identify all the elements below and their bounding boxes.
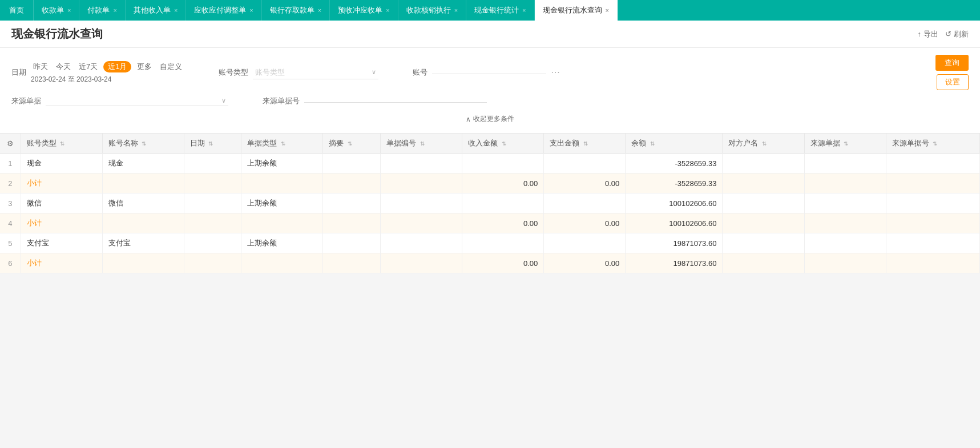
data-table: ⚙ 账号类型 ⇅ 账号名称 ⇅ 日期 ⇅ 单据类型 ⇅	[0, 134, 980, 273]
header-actions: ↑ 导出 ↺ 刷新	[918, 29, 969, 39]
account-input[interactable]	[432, 71, 546, 74]
top-nav: 首页 收款单 × 付款单 × 其他收入单 × 应收应付调整单 × 银行存取款单 …	[0, 0, 980, 21]
account-filter-group: 账号 ···	[413, 67, 560, 78]
filter-area: 日期 昨天 今天 近7天 近1月 更多 自定义 2023-02-24 至 202…	[0, 48, 980, 134]
shortcut-today[interactable]: 今天	[54, 61, 73, 72]
table-header-row: ⚙ 账号类型 ⇅ 账号名称 ⇅ 日期 ⇅ 单据类型 ⇅	[0, 134, 980, 154]
tab-bank-flow[interactable]: 现金银行流水查询 ×	[535, 0, 618, 21]
collapse-icon: ∧	[466, 115, 471, 123]
account-type-select[interactable]: 账号类型 ∨	[253, 66, 378, 79]
table-row[interactable]: 6小计0.000.0019871073.60	[0, 253, 980, 273]
table-row[interactable]: 5支付宝支付宝上期余额19871073.60	[0, 233, 980, 253]
source-doc-no-label: 来源单据号	[263, 96, 300, 106]
sort-icon: ⇅	[281, 140, 285, 147]
export-icon: ↑	[918, 30, 922, 38]
table-row[interactable]: 3微信微信上期余额100102606.60	[0, 193, 980, 213]
sort-icon: ⇅	[420, 140, 425, 147]
sort-icon: ⇅	[933, 140, 937, 147]
sort-icon: ⇅	[348, 140, 352, 147]
filter-row-2: 来源单据 ∨ 来源单据号	[11, 96, 969, 106]
sort-icon: ⇅	[762, 140, 767, 147]
th-expense[interactable]: 支出金额 ⇅	[544, 134, 626, 154]
close-icon[interactable]: ×	[174, 7, 178, 14]
th-account-type[interactable]: 账号类型 ⇅	[21, 134, 102, 154]
close-icon[interactable]: ×	[606, 7, 609, 14]
source-doc-no-input[interactable]	[304, 100, 487, 103]
close-icon[interactable]: ×	[249, 7, 253, 14]
sort-icon: ⇅	[583, 140, 588, 147]
close-icon[interactable]: ×	[522, 7, 526, 14]
tab-bank-deposit[interactable]: 银行存取款单 ×	[262, 0, 330, 21]
close-icon[interactable]: ×	[318, 7, 321, 14]
tab-other-income[interactable]: 其他收入单 ×	[126, 0, 186, 21]
th-account-name[interactable]: 账号名称 ⇅	[102, 134, 184, 154]
date-label: 日期	[11, 67, 26, 78]
tab-adjustment[interactable]: 应收应付调整单 ×	[186, 0, 261, 21]
tab-bank-stats[interactable]: 现金银行统计 ×	[466, 0, 534, 21]
th-income[interactable]: 收入金额 ⇅	[462, 134, 544, 154]
collapse-bar[interactable]: ∧ 收起更多条件	[11, 112, 969, 126]
sort-icon: ⇅	[142, 140, 146, 147]
chevron-down-icon: ∨	[372, 68, 376, 76]
sort-icon: ⇅	[502, 140, 506, 147]
shortcut-1month[interactable]: 近1月	[103, 61, 131, 72]
export-button[interactable]: ↑ 导出	[918, 29, 939, 39]
table-row[interactable]: 4小计0.000.00100102606.60	[0, 213, 980, 233]
shortcut-yesterday[interactable]: 昨天	[31, 61, 50, 72]
th-balance[interactable]: 余额 ⇅	[626, 134, 723, 154]
table-row[interactable]: 1现金现金上期余额-3528659.33	[0, 154, 980, 173]
settings-button[interactable]: 设置	[937, 74, 969, 90]
th-counterpart[interactable]: 对方户名 ⇅	[723, 134, 804, 154]
close-icon[interactable]: ×	[113, 7, 116, 14]
th-doc-type[interactable]: 单据类型 ⇅	[241, 134, 323, 154]
close-icon[interactable]: ×	[454, 7, 458, 14]
shortcut-more[interactable]: 更多	[135, 61, 154, 72]
shortcut-7days[interactable]: 近7天	[76, 61, 100, 72]
filter-row-1: 日期 昨天 今天 近7天 近1月 更多 自定义 2023-02-24 至 202…	[11, 55, 969, 90]
sort-icon: ⇅	[844, 140, 848, 147]
page-title: 现金银行流水查询	[11, 26, 103, 42]
date-range-display: 2023-02-24 至 2023-03-24	[31, 75, 184, 84]
account-type-filter-group: 账号类型 账号类型 ∨	[219, 66, 378, 79]
account-ellipsis-icon[interactable]: ···	[551, 67, 560, 78]
settings-gear-icon[interactable]: ⚙	[6, 139, 15, 148]
account-type-placeholder: 账号类型	[255, 67, 369, 78]
btn-group: 查询 设置	[935, 55, 969, 90]
table-container: ⚙ 账号类型 ⇅ 账号名称 ⇅ 日期 ⇅ 单据类型 ⇅	[0, 134, 980, 273]
query-button[interactable]: 查询	[935, 55, 969, 71]
date-filter-group: 日期 昨天 今天 近7天 近1月 更多 自定义 2023-02-24 至 202…	[11, 61, 184, 84]
th-date[interactable]: 日期 ⇅	[184, 134, 241, 154]
source-doc-label: 来源单据	[11, 96, 41, 106]
sort-icon: ⇅	[60, 140, 64, 147]
close-icon[interactable]: ×	[67, 7, 71, 14]
tab-advance-offset[interactable]: 预收冲应收单 ×	[330, 0, 398, 21]
nav-home[interactable]: 首页	[0, 0, 34, 21]
tab-receipt[interactable]: 收款单 ×	[34, 0, 79, 21]
tab-payment[interactable]: 付款单 ×	[79, 0, 125, 21]
collapse-label: 收起更多条件	[473, 114, 514, 124]
date-shortcuts: 昨天 今天 近7天 近1月 更多 自定义	[31, 61, 184, 72]
source-doc-no-filter-group: 来源单据号	[263, 96, 487, 106]
sort-icon: ⇅	[208, 140, 213, 147]
shortcut-custom[interactable]: 自定义	[158, 61, 184, 72]
source-doc-select[interactable]: ∨	[46, 96, 228, 106]
account-label: 账号	[413, 67, 428, 78]
page-header: 现金银行流水查询 ↑ 导出 ↺ 刷新	[0, 21, 980, 48]
account-type-label: 账号类型	[219, 67, 248, 78]
sort-icon: ⇅	[650, 140, 655, 147]
refresh-icon: ↺	[945, 30, 951, 38]
chevron-down-icon: ∨	[221, 97, 226, 104]
source-doc-filter-group: 来源单据 ∨	[11, 96, 228, 106]
th-doc-no[interactable]: 单据编号 ⇅	[381, 134, 462, 154]
table-row[interactable]: 2小计0.000.00-3528659.33	[0, 173, 980, 193]
th-summary[interactable]: 摘要 ⇅	[323, 134, 381, 154]
th-settings[interactable]: ⚙	[0, 134, 21, 154]
refresh-button[interactable]: ↺ 刷新	[945, 29, 969, 39]
th-source-doc[interactable]: 来源单据 ⇅	[804, 134, 886, 154]
tab-collection-execute[interactable]: 收款核销执行 ×	[398, 0, 466, 21]
close-icon[interactable]: ×	[386, 7, 389, 14]
th-source-doc-no[interactable]: 来源单据号 ⇅	[886, 134, 979, 154]
